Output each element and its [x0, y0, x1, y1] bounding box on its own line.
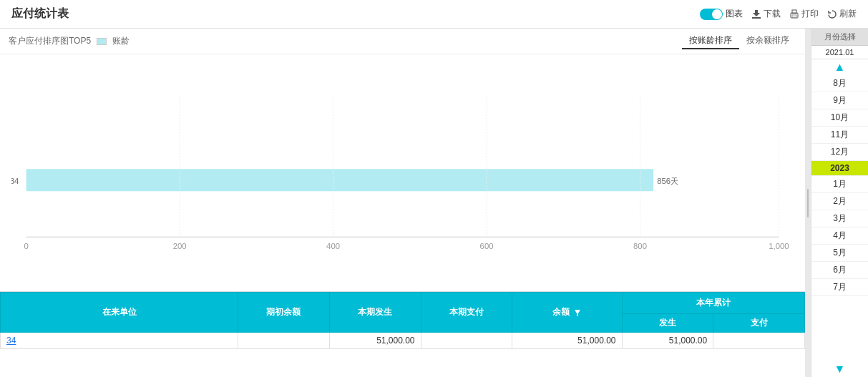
svg-text:0: 0 — [24, 242, 28, 250]
svg-marker-19 — [575, 310, 580, 316]
refresh-icon — [827, 9, 837, 19]
up-arrow-icon: ▲ — [834, 61, 846, 73]
download-button[interactable]: 下载 — [751, 8, 781, 20]
svg-text:1,000: 1,000 — [769, 242, 789, 250]
download-icon — [751, 9, 761, 19]
chart-legend: 客户应付排序图TOP5 账龄 — [9, 35, 130, 47]
year-marker-2023[interactable]: 2023 — [811, 161, 868, 176]
unit-link[interactable]: 34 — [6, 336, 16, 346]
cell-balance: 51,000.00 — [512, 333, 622, 349]
svg-text:800: 800 — [633, 242, 647, 250]
sidebar-nav: ▲ 8月 9月 10月 11月 12月 2023 1月 2月 3月 4月 5月 … — [811, 59, 868, 377]
scroll-down-button[interactable]: ▼ — [811, 361, 868, 377]
month-item-4[interactable]: 4月 — [811, 227, 868, 245]
refresh-button[interactable]: 刷新 — [827, 8, 857, 20]
col-opening: 期初余额 — [238, 293, 330, 333]
refresh-label: 刷新 — [839, 8, 857, 20]
month-item-10[interactable]: 10月 — [811, 109, 868, 127]
legend-text: 客户应付排序图TOP5 — [9, 35, 91, 47]
cell-unit: 34 — [1, 333, 238, 349]
col-ytd: 本年累计 — [622, 293, 805, 314]
col-occurred: 本期发生 — [329, 293, 421, 333]
month-item-8[interactable]: 8月 — [811, 75, 868, 92]
month-item-2[interactable]: 2月 — [811, 193, 868, 210]
print-icon — [789, 9, 799, 19]
svg-rect-3 — [792, 15, 796, 17]
col-ytd-occurred: 发生 — [622, 314, 713, 333]
sort-tab-age[interactable]: 按账龄排序 — [682, 33, 739, 49]
print-button[interactable]: 打印 — [789, 8, 819, 20]
chart-label: 图表 — [726, 8, 743, 20]
month-item-6[interactable]: 6月 — [811, 262, 868, 279]
print-label: 打印 — [801, 8, 819, 20]
month-item-9[interactable]: 9月 — [811, 92, 868, 109]
col-balance: 余额 — [512, 293, 622, 333]
filter-icon[interactable] — [573, 308, 582, 317]
divider-handle — [807, 189, 809, 217]
legend-color-box — [97, 38, 107, 45]
svg-rect-5 — [26, 169, 653, 191]
svg-text:600: 600 — [480, 242, 494, 250]
svg-text:856天: 856天 — [657, 177, 678, 185]
month-item-1[interactable]: 1月 — [811, 176, 868, 193]
cell-paid — [421, 333, 512, 349]
cell-ytd-paid — [713, 333, 805, 349]
legend-box-label: 账龄 — [112, 35, 130, 47]
cell-occurred: 51,000.00 — [329, 333, 421, 349]
toggle-thumb — [712, 9, 722, 19]
toggle-track[interactable] — [700, 9, 723, 20]
chart-toggle[interactable]: 图表 — [700, 8, 743, 20]
month-list: 8月 9月 10月 11月 12月 2023 1月 2月 3月 4月 5月 6月… — [811, 75, 868, 361]
col-unit: 在来单位 — [1, 293, 238, 333]
download-label: 下载 — [764, 8, 781, 20]
cell-opening — [238, 333, 330, 349]
data-table: 在来单位 期初余额 本期发生 本期支付 余额 本年累计 发生 — [0, 291, 805, 377]
bar-chart: 34 856天 0 200 400 600 800 — [11, 60, 794, 288]
svg-rect-0 — [752, 17, 761, 19]
page-title: 应付统计表 — [11, 6, 69, 21]
sidebar-current-value: 2021.01 — [811, 46, 868, 59]
sort-tab-balance[interactable]: 按余额排序 — [739, 33, 796, 49]
down-arrow-icon: ▼ — [834, 363, 846, 375]
svg-text:34: 34 — [11, 177, 19, 185]
header-actions: 图表 下载 打印 刷新 — [700, 8, 857, 20]
chart-header: 客户应付排序图TOP5 账龄 按账龄排序 按余额排序 — [0, 29, 805, 54]
month-item-3[interactable]: 3月 — [811, 210, 868, 227]
sidebar-header: 月份选择 — [811, 29, 868, 46]
month-item-5[interactable]: 5月 — [811, 245, 868, 262]
month-item-7[interactable]: 7月 — [811, 279, 868, 296]
sidebar-divider[interactable] — [805, 29, 811, 377]
sort-tabs: 按账龄排序 按余额排序 — [682, 33, 796, 49]
month-item-11[interactable]: 11月 — [811, 127, 868, 144]
svg-text:200: 200 — [173, 242, 187, 250]
month-item-12[interactable]: 12月 — [811, 144, 868, 161]
scroll-up-button[interactable]: ▲ — [811, 59, 868, 75]
month-selector-sidebar: 月份选择 2021.01 ▲ 8月 9月 10月 11月 12月 2023 1月… — [811, 29, 868, 377]
table-row: 34 51,000.00 51,000.00 51,000.00 — [1, 333, 805, 349]
col-ytd-paid: 支付 — [713, 314, 805, 333]
cell-ytd-occurred: 51,000.00 — [622, 333, 713, 349]
svg-text:400: 400 — [326, 242, 340, 250]
col-paid: 本期支付 — [421, 293, 512, 333]
chart-container: 34 856天 0 200 400 600 800 — [0, 54, 805, 291]
